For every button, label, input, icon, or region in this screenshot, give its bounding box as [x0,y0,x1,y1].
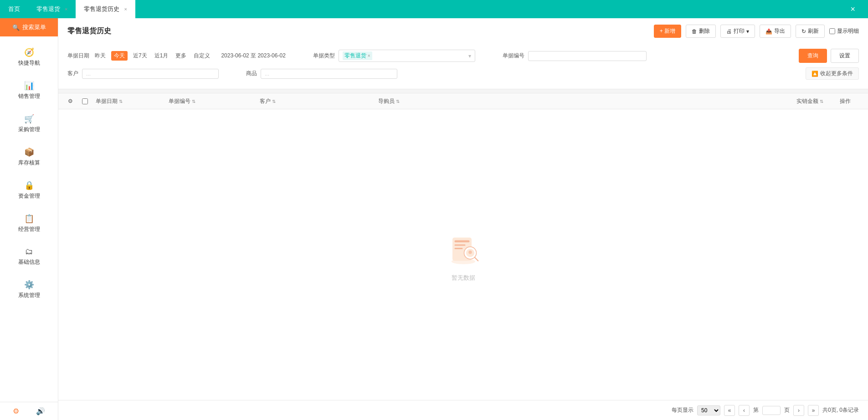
type-tag-close[interactable]: × [368,53,370,58]
settings-bottom-icon[interactable]: ⚙ [13,407,19,415]
table-area: ⚙ 单据日期 ⇅ 单据编号 ⇅ 客户 ⇅ 导购员 ⇅ [58,93,868,400]
inventory-icon: 📦 [24,147,34,157]
pagination-bar: 每页显示 50 100 200 « ‹ 第 1 页 › » 共0页, 0条记录 [58,400,868,420]
tab-retail-return-history[interactable]: 零售退货历史 × [76,0,135,18]
filter-row-1: 单据日期 昨天 今天 近7天 近1月 更多 自定义 2023-06-02 至 2… [67,49,859,63]
top-bar: 首页 零售退货 × 零售退货历史 × × [0,0,868,18]
filter-goods: 商品 ... [246,69,397,79]
setting-button[interactable]: 设置 [831,49,859,63]
print-icon: 🖨 [726,28,732,35]
capital-icon: 🔒 [24,180,34,190]
svg-line-7 [474,257,478,261]
table-checkbox-all[interactable] [77,98,92,104]
type-tag-input[interactable]: 零售退货 × ▾ [339,50,475,62]
sidebar-item-purchase-mgmt[interactable]: 🛒 采购管理 [2,108,56,140]
system-icon: ⚙️ [24,280,34,290]
sort-amount-icon: ⇅ [820,99,823,104]
type-tag: 零售退货 × [343,51,372,60]
delete-button[interactable]: 🗑 删除 [686,25,716,38]
table-header: ⚙ 单据日期 ⇅ 单据编号 ⇅ 客户 ⇅ 导购员 ⇅ [58,93,868,109]
next-page-button[interactable]: › [793,405,804,416]
filter-date-range-display: 2023-06-02 至 2023-06-02 [221,52,285,60]
page-header-top: 零售退货历史 + 新增 🗑 删除 🖨 打印 ▾ 📤 导出 [67,25,859,38]
volume-bottom-icon[interactable]: 🔊 [36,407,45,415]
filter-no: 单据编号 [503,51,647,61]
sort-date-icon: ⇅ [119,99,123,104]
sidebar-item-capital-mgmt[interactable]: 🔒 资金管理 [2,174,56,206]
page-input[interactable]: 1 [762,406,781,415]
sort-no-icon: ⇅ [192,99,195,104]
close-retail-return-tab[interactable]: × [65,6,67,12]
date-filter: 昨天 今天 近7天 近1月 更多 自定义 [93,51,212,61]
table-settings-icon[interactable]: ⚙ [63,98,77,104]
collapse-icon: 🔼 [812,71,818,77]
sidebar: 🔍 搜索菜单 🧭 快捷导航 📊 销售管理 🛒 采购管理 📦 库存核算 🔒 [0,18,58,420]
last-page-button[interactable]: » [808,405,819,416]
search-menu-button[interactable]: 🔍 搜索菜单 [0,18,58,36]
filter-row-2: 客户 ... 商品 ... 🔼 收起更多条件 [67,67,859,80]
basic-info-icon: 🗂 [25,247,33,256]
collapse-button[interactable]: 🔼 收起更多条件 [806,67,859,80]
date-more[interactable]: 更多 [174,51,188,61]
th-date[interactable]: 单据日期 ⇅ [92,97,165,105]
sidebar-item-quick-nav[interactable]: 🧭 快捷导航 [2,41,56,73]
svg-rect-4 [454,248,462,249]
no-input[interactable] [528,51,647,61]
svg-rect-2 [454,241,469,243]
svg-rect-3 [454,245,465,246]
tab-list: 首页 零售退货 × 零售退货历史 × [0,0,847,18]
print-dropdown-icon: ▾ [746,28,749,35]
sidebar-item-sales-mgmt[interactable]: 📊 销售管理 [2,74,56,107]
filter-customer: 客户 ... [67,69,219,79]
operation-icon: 📋 [24,214,34,224]
page-title: 零售退货历史 [67,26,111,36]
toolbar: + 新增 🗑 删除 🖨 打印 ▾ 📤 导出 ↻ [654,25,859,38]
th-amount[interactable]: 实销金额 ⇅ [772,97,827,105]
empty-illustration [443,227,484,268]
select-all-checkbox[interactable] [82,98,88,104]
purchase-icon: 🛒 [24,114,34,124]
delete-icon: 🗑 [692,28,697,35]
customer-input[interactable]: ... [82,69,219,79]
tab-home[interactable]: 首页 [0,0,28,18]
date-yesterday[interactable]: 昨天 [93,51,108,61]
sidebar-nav: 🧭 快捷导航 📊 销售管理 🛒 采购管理 📦 库存核算 🔒 资金管理 📋 [0,36,58,402]
first-page-button[interactable]: « [724,405,735,416]
window-close-button[interactable]: × [847,3,859,16]
th-customer[interactable]: 客户 ⇅ [256,97,375,105]
th-guide[interactable]: 导购员 ⇅ [375,97,447,105]
empty-state: 暂无数据 [58,109,868,400]
export-button[interactable]: 📤 导出 [760,25,791,38]
sidebar-item-basic-info[interactable]: 🗂 基础信息 [2,241,56,272]
sort-guide-icon: ⇅ [396,99,400,104]
show-detail-checkbox[interactable] [829,28,835,34]
export-icon: 📤 [765,28,772,35]
content-area: 零售退货历史 + 新增 🗑 删除 🖨 打印 ▾ 📤 导出 [58,18,868,420]
empty-text: 暂无数据 [452,274,475,282]
search-icon: 🔍 [12,24,20,31]
tab-retail-return[interactable]: 零售退货 × [28,0,76,18]
date-1month[interactable]: 近1月 [153,51,170,61]
filter-area: 单据日期 昨天 今天 近7天 近1月 更多 自定义 2023-06-02 至 2… [67,44,859,89]
type-dropdown-arrow[interactable]: ▾ [468,53,471,59]
sidebar-item-inventory-check[interactable]: 📦 库存核算 [2,141,56,173]
quick-nav-icon: 🧭 [24,47,34,57]
th-no[interactable]: 单据编号 ⇅ [165,97,256,105]
sidebar-bottom: ⚙ 🔊 [0,402,58,420]
date-today[interactable]: 今天 [111,51,128,61]
sidebar-item-system-mgmt[interactable]: ⚙️ 系统管理 [2,273,56,306]
sales-icon: 📊 [24,81,34,91]
query-button[interactable]: 查询 [799,49,827,63]
date-7days[interactable]: 近7天 [131,51,149,61]
goods-input[interactable]: ... [261,69,397,79]
refresh-button[interactable]: ↻ 刷新 [796,25,825,38]
date-custom[interactable]: 自定义 [192,51,212,61]
page-size-select[interactable]: 50 100 200 [697,405,720,415]
show-detail-wrap: 显示明细 [829,27,859,35]
sort-customer-icon: ⇅ [272,99,276,104]
print-button[interactable]: 🖨 打印 ▾ [720,25,755,38]
new-button[interactable]: + 新增 [654,25,681,38]
prev-page-button[interactable]: ‹ [739,405,750,416]
sidebar-item-operation-mgmt[interactable]: 📋 经营管理 [2,207,56,240]
close-retail-return-history-tab[interactable]: × [124,6,127,12]
